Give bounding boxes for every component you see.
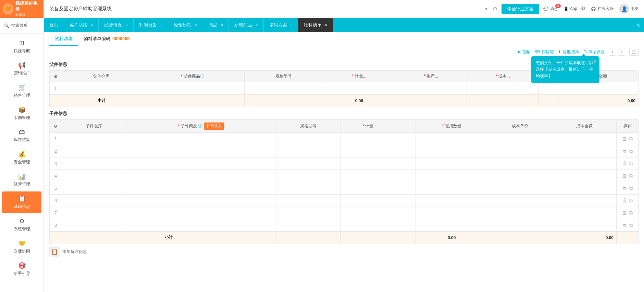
tab-history[interactable]: 经营历程 × — [168, 18, 203, 32]
child-r4-unit-cost[interactable] — [488, 170, 552, 182]
delete-row-4-button[interactable]: 🗑 — [622, 173, 627, 178]
child-r1-qty[interactable] — [416, 133, 488, 145]
sidebar-item-inventory[interactable]: 🗃 库存核算 — [2, 125, 41, 146]
view-button[interactable]: ▶ 视频 — [518, 49, 530, 55]
message-button[interactable]: 💬 消息 6 — [543, 6, 558, 12]
delete-row-3-button[interactable]: 🗑 — [622, 161, 627, 166]
sidebar-item-system[interactable]: ⚙ 系统管理 — [2, 214, 41, 235]
prev-button[interactable]: ‹ — [609, 48, 616, 56]
child-r5-goods[interactable] — [126, 182, 276, 195]
search-menu-button[interactable]: 🔍 搜索菜单 — [3, 21, 41, 30]
child-r8-goods[interactable] — [126, 219, 276, 232]
copy-row-3-button[interactable]: ⧉ — [629, 161, 633, 166]
tab-home[interactable]: 首页 — [44, 18, 64, 32]
try-plan-button[interactable]: 体验行业方案 — [501, 4, 539, 14]
menu-button[interactable]: ☰ — [629, 48, 639, 56]
child-r7-spec[interactable] — [276, 207, 340, 219]
sidebar-item-basic[interactable]: 📋 基础信息 — [2, 191, 41, 213]
parent-cell-goods[interactable] — [141, 82, 244, 95]
sub-tab-bom-list[interactable]: 物料清单 — [49, 32, 78, 46]
child-r3-spec[interactable] — [276, 157, 340, 170]
delete-row-1-button[interactable]: 🗑 — [622, 136, 627, 141]
tab-close-history[interactable]: × — [195, 23, 197, 27]
delete-row-6-button[interactable]: 🗑 — [622, 198, 627, 203]
child-r5-unit-cost[interactable] — [488, 182, 552, 195]
child-r1-unit[interactable] — [340, 133, 399, 145]
tab-new-goods[interactable]: 新增商品 × — [229, 18, 263, 32]
child-col-settings[interactable]: ⚙ — [50, 120, 62, 133]
sidebar-item-collab[interactable]: 🤝 企业协同 — [2, 236, 41, 258]
child-r5-qty[interactable] — [416, 182, 488, 195]
child-r2-warehouse[interactable] — [62, 145, 126, 157]
child-r5-unit[interactable] — [340, 182, 399, 195]
tooltip-close-button[interactable]: × — [594, 58, 597, 65]
child-r4-unit[interactable] — [340, 170, 399, 182]
child-r8-cost-amount[interactable] — [552, 219, 617, 232]
single-settings-button[interactable]: ⊟ 单据设置 — [583, 49, 605, 55]
child-r6-cost-amount[interactable] — [552, 195, 617, 207]
child-r7-warehouse[interactable] — [62, 207, 126, 219]
online-service-button[interactable]: 🎧 在线客服 — [591, 6, 614, 12]
tab-close-goods[interactable]: × — [221, 23, 223, 27]
delete-row-7-button[interactable]: 🗑 — [622, 210, 627, 215]
child-r4-cost-amount[interactable] — [552, 170, 617, 182]
child-r6-warehouse[interactable] — [62, 195, 126, 207]
child-r8-unit[interactable] — [340, 219, 399, 232]
child-r2-unit-cost[interactable] — [488, 145, 552, 157]
sidebar-item-guide[interactable]: 🎯 新手引导 — [2, 258, 41, 280]
child-r6-qty[interactable] — [416, 195, 488, 207]
extract-cost-button[interactable]: ⬆ 提取成本 — [558, 49, 579, 55]
child-r7-qty[interactable] — [416, 207, 488, 219]
tab-close-profit[interactable]: × — [160, 23, 162, 27]
tab-bom[interactable]: 物料清单 × — [298, 18, 333, 32]
child-r3-qty[interactable] — [416, 157, 488, 170]
child-r4-qty[interactable] — [416, 170, 488, 182]
settings-icon[interactable]: ⚙ — [493, 5, 497, 12]
sidebar-item-quick-nav[interactable]: ⊞ 快捷导航 — [2, 36, 41, 57]
parent-cell-cost[interactable] — [467, 82, 539, 95]
child-r4-goods[interactable] — [126, 170, 276, 182]
parent-cell-cost-amount[interactable] — [559, 82, 639, 95]
child-r5-spec[interactable] — [276, 182, 340, 195]
child-r1-cost-amount[interactable] — [552, 133, 617, 145]
child-r6-unit[interactable] — [340, 195, 399, 207]
child-r6-unit-cost[interactable] — [488, 195, 552, 207]
parent-col-settings[interactable]: ⚙ — [50, 71, 62, 82]
tab-close-customer[interactable]: × — [91, 23, 93, 27]
delete-row-8-button[interactable]: 🗑 — [622, 222, 627, 228]
child-r5-cost-amount[interactable] — [552, 182, 617, 195]
tab-goods[interactable]: 商品 × — [203, 18, 229, 32]
tab-barcode[interactable]: 条码方案 × — [264, 18, 298, 32]
parent-cell-unit[interactable] — [323, 82, 395, 95]
sidebar-item-marketing[interactable]: 📢 营销推广 — [2, 58, 41, 80]
child-r2-spec[interactable] — [276, 145, 340, 157]
child-r7-unit[interactable] — [340, 207, 399, 219]
copy-row-4-button[interactable]: ⧉ — [629, 173, 633, 178]
user-menu-button[interactable]: 👤 用友 — [619, 4, 639, 14]
parent-cell-warehouse[interactable] — [62, 82, 141, 95]
sidebar-item-business[interactable]: 📊 经营管理 — [2, 169, 41, 191]
child-r3-warehouse[interactable] — [62, 157, 126, 170]
sidebar-item-sales[interactable]: 🛒 销售管理 — [2, 80, 41, 102]
child-r6-spec[interactable] — [276, 195, 340, 207]
child-r3-unit-cost[interactable] — [488, 157, 552, 170]
tab-customer[interactable]: 客户联络 × — [64, 18, 99, 32]
child-r3-unit[interactable] — [340, 157, 399, 170]
child-r8-warehouse[interactable] — [62, 219, 126, 232]
child-r1-spec[interactable] — [276, 133, 340, 145]
child-r3-goods[interactable] — [126, 157, 276, 170]
child-r7-goods[interactable] — [126, 207, 276, 219]
child-r1-unit-cost[interactable] — [488, 133, 552, 145]
child-r8-spec[interactable] — [276, 219, 340, 232]
sidebar-item-purchase[interactable]: 📦 采购管理 — [2, 103, 41, 124]
copy-row-2-button[interactable]: ⧉ — [629, 148, 633, 154]
copy-row-7-button[interactable]: ⧉ — [629, 210, 633, 215]
child-r2-qty[interactable] — [416, 145, 488, 157]
child-r3-cost-amount[interactable] — [552, 157, 617, 170]
shortcut-button[interactable]: ⌨ 快捷键 — [534, 49, 554, 55]
app-download-button[interactable]: 📱 App下载 — [564, 6, 585, 12]
child-r2-cost-amount[interactable] — [552, 145, 617, 157]
copy-row-1-button[interactable]: ⧉ — [629, 136, 633, 141]
child-r7-cost-amount[interactable] — [552, 207, 617, 219]
child-r6-goods[interactable] — [126, 195, 276, 207]
